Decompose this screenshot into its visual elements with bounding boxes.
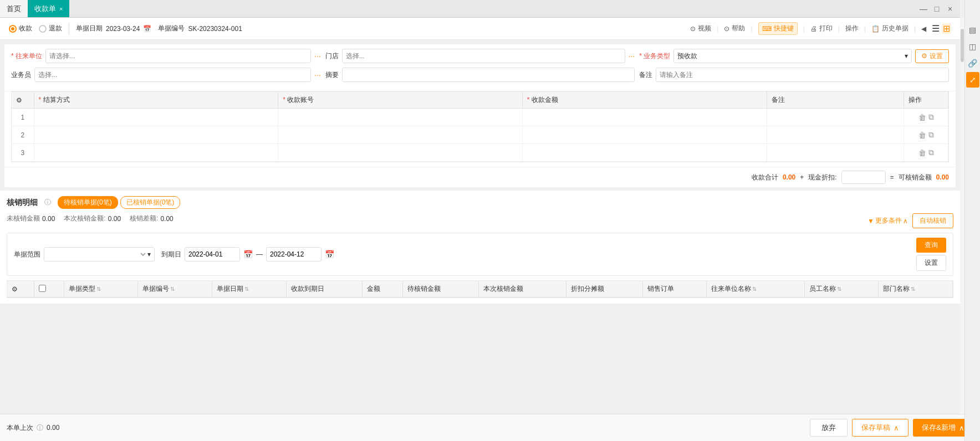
shortcut-action[interactable]: ⌨ 快捷键 (758, 22, 798, 35)
row-delete-1[interactable]: 🗑 (918, 112, 926, 122)
row-no-2: 2 (12, 126, 34, 144)
counterpart-more-icon[interactable]: ··· (314, 52, 321, 60)
tab-pending-verify[interactable]: 待核销单据(0笔) (58, 196, 118, 209)
minimize-button[interactable]: — (919, 4, 928, 13)
row-actions-2: 🗑 ⧉ (904, 126, 948, 144)
refund-radio[interactable]: 退款 (39, 24, 62, 33)
verify-header: 核销明细 ⓘ 待核销单据(0笔) 已核销单据(0笔) (7, 196, 953, 209)
row-copy-3[interactable]: ⧉ (928, 148, 934, 157)
row-copy-1[interactable]: ⧉ (928, 112, 934, 122)
prev-action[interactable]: ◀ (921, 25, 926, 33)
row-settlement-2[interactable] (34, 126, 278, 144)
select-all-checkbox[interactable] (39, 285, 46, 292)
receipt-radio[interactable]: 收款 (9, 24, 32, 33)
verify-info-icon[interactable]: ⓘ (44, 198, 51, 207)
verify-stats: 未核销金额 0.00 本次核销金额: 0.00 核销差额: 0.00 (7, 214, 173, 223)
auto-verify-button[interactable]: 自动核销 (912, 213, 953, 228)
grid-view-icon[interactable]: ⊞ (942, 23, 951, 34)
row-amount-1[interactable] (522, 109, 767, 126)
sidebar-icon-link[interactable]: 🔗 (966, 55, 979, 71)
col-settings[interactable]: ⚙ (12, 92, 34, 109)
sort-date-icon: ⇅ (244, 286, 249, 292)
footer-info-icon[interactable]: ⓘ (37, 423, 43, 433)
verify-actions: ▼ 更多条件 ∧ 自动核销 (867, 213, 953, 228)
row-amount-2[interactable] (522, 126, 767, 144)
row-remark-1[interactable] (767, 109, 904, 126)
biz-type-select[interactable]: 预收款 ▾ (673, 49, 912, 63)
counterpart-input[interactable] (45, 49, 311, 63)
discount-input[interactable] (841, 171, 886, 184)
summary-label: 摘要 (325, 70, 339, 80)
bcol-sales-order: 销售订单 (642, 281, 707, 298)
unchecked-value: 0.00 (42, 215, 55, 223)
video-icon: ⊙ (690, 25, 696, 33)
sort-dept-icon: ⇅ (911, 286, 915, 292)
row-delete-2[interactable]: 🗑 (918, 130, 926, 140)
bottom-table-wrapper: ⚙ 单据类型⇅ 单据编号⇅ 单据日期⇅ 收款到期日 金额 待核销金额 本次核销金… (7, 280, 953, 298)
close-button[interactable]: × (946, 4, 955, 13)
cal-from-icon[interactable]: 📅 (243, 250, 253, 259)
cal-to-icon[interactable]: 📅 (325, 250, 334, 259)
table-row: 3 🗑 ⧉ (12, 144, 948, 162)
chevron-up-icon: ∧ (903, 217, 908, 225)
sidebar-icon-expand[interactable]: ⤢ (966, 72, 979, 88)
settings-button[interactable]: ⚙ 设置 (915, 49, 949, 63)
remark-input[interactable] (656, 68, 949, 82)
store-more-icon[interactable]: ··· (629, 52, 635, 60)
save-new-button[interactable]: 保存&新增 ∧ (913, 419, 960, 437)
row-settlement-3[interactable] (34, 144, 278, 162)
help-action[interactable]: ⊙ 帮助 (724, 24, 745, 33)
tab-close-icon[interactable]: × (59, 6, 63, 12)
video-action[interactable]: ⊙ 视频 (690, 24, 711, 33)
more-conditions-btn[interactable]: ▼ 更多条件 ∧ (867, 216, 908, 225)
summary-input[interactable] (342, 68, 635, 82)
sep-6: | (914, 25, 916, 33)
sidebar-icon-panel[interactable]: ◫ (966, 39, 979, 54)
tab-done-verify[interactable]: 已核销单据(0笔) (120, 196, 181, 209)
discard-button[interactable]: 放弃 (810, 419, 848, 437)
print-icon: 🖨 (810, 25, 817, 33)
sort-staff-icon: ⇅ (837, 286, 841, 292)
row-amount-3[interactable] (522, 144, 767, 162)
sidebar-icon-table[interactable]: ▤ (966, 22, 979, 38)
date-from-input[interactable] (185, 247, 240, 261)
bcol-checkbox[interactable] (34, 281, 64, 298)
date-to-input[interactable] (266, 247, 321, 261)
maximize-button[interactable]: □ (932, 4, 941, 13)
list-view-icon[interactable]: ☰ (932, 23, 940, 34)
range-chevron: ▾ (147, 250, 151, 258)
staff-label: 业务员 (11, 70, 31, 80)
operation-action[interactable]: 操作 (845, 24, 859, 33)
col-amount: 收款金额 (522, 92, 767, 109)
row-delete-3[interactable]: 🗑 (918, 148, 926, 157)
row-remark-2[interactable] (767, 126, 904, 144)
range-select-wrapper[interactable]: ▾ (44, 247, 155, 261)
row-account-3[interactable] (278, 144, 523, 162)
bcol-settings[interactable]: ⚙ (7, 281, 34, 298)
scrollbar-thumb[interactable] (961, 29, 964, 62)
staff-more-icon[interactable]: ··· (314, 70, 321, 79)
save-draft-button[interactable]: 保存草稿 ∧ (852, 419, 908, 437)
row-account-2[interactable] (278, 126, 523, 144)
filter-settings-button[interactable]: 设置 (916, 255, 946, 271)
tab-receipt[interactable]: 收款单 × (28, 0, 69, 17)
sort-type-icon: ⇅ (96, 286, 101, 292)
staff-input[interactable] (34, 68, 311, 82)
row-no-3: 3 (12, 144, 34, 162)
query-button[interactable]: 查询 (916, 238, 946, 253)
row-copy-2[interactable]: ⧉ (928, 130, 934, 140)
print-action[interactable]: 🖨 打印 (810, 24, 833, 33)
row-settlement-1[interactable] (34, 109, 278, 126)
tab-home[interactable]: 首页 (0, 0, 28, 17)
row-account-1[interactable] (278, 109, 523, 126)
unchecked-stat: 未核销金额 0.00 (7, 214, 55, 223)
calendar-icon[interactable]: 📅 (143, 25, 151, 33)
store-input[interactable] (342, 49, 625, 63)
operation-label: 操作 (845, 24, 859, 33)
range-select[interactable] (48, 250, 147, 259)
scrollbar[interactable] (960, 18, 964, 441)
row-remark-3[interactable] (767, 144, 904, 162)
history-label: 历史单据 (882, 24, 908, 33)
save-new-chevron: ∧ (959, 424, 960, 432)
history-action[interactable]: 📋 历史单据 (871, 24, 908, 33)
